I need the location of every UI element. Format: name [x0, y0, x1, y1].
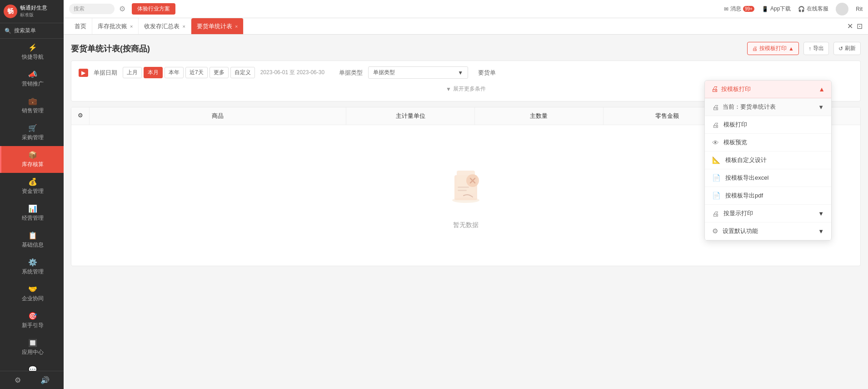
display-print-label: 按显示打印: [723, 209, 753, 217]
refresh-btn-label: 刷新: [845, 45, 856, 52]
print-btn-label: 按模板打印: [759, 45, 787, 52]
date-btn-last-month[interactable]: 上月: [123, 67, 142, 78]
template-pdf-label: 按模板导出pdf: [725, 192, 763, 200]
export-btn-label: 导出: [813, 45, 824, 52]
sidebar-item-label: 经营管理: [22, 214, 44, 222]
marketing-icon: 📣: [28, 70, 37, 79]
popup-item-template-excel[interactable]: 📄 按模板导出excel: [705, 169, 831, 187]
tab-order-stat[interactable]: 要货单统计表 ×: [191, 18, 244, 34]
template-pdf-icon: 📄: [712, 192, 721, 200]
quick-nav-icon: ⚡: [28, 43, 37, 52]
app-download-item[interactable]: 📱 App下载: [762, 5, 791, 13]
sidebar-item-label: 应用中心: [22, 349, 44, 356]
dropdown-icon: ▼: [458, 70, 463, 76]
popup-group-display-left: 🖨 按显示打印: [712, 209, 753, 217]
online-service-item[interactable]: 🎧 在线客服: [798, 5, 828, 13]
sidebar-item-system[interactable]: ⚙️ 系统管理: [0, 253, 64, 280]
coop-icon: 🤝: [28, 285, 37, 293]
sidebar-item-finance[interactable]: 💰 资金管理: [0, 173, 64, 200]
popup-group-default-func[interactable]: ⚙ 设置默认功能 ▼: [705, 222, 831, 240]
tab-batch-close[interactable]: ×: [130, 24, 133, 29]
date-btn-this-year[interactable]: 本年: [165, 67, 184, 78]
wechat-icon: 💬: [28, 365, 37, 371]
system-icon: ⚙️: [28, 258, 37, 267]
expand-arrow[interactable]: ▶: [79, 69, 88, 77]
sidebar-item-guide[interactable]: 🎯 新手引导: [0, 307, 64, 334]
svg-rect-6: [458, 187, 469, 188]
empty-text: 暂无数据: [453, 221, 479, 229]
sidebar-item-coop[interactable]: 🤝 企业协同: [0, 280, 64, 307]
topbar: 搜索 ⚙ 体验行业方案 ✉ 消息 99+ 📱 App下载 🎧 在线客服 Rit: [64, 0, 868, 18]
col-product: 商品: [90, 107, 346, 125]
sidebar-item-sales[interactable]: 💼 销售管理: [0, 92, 64, 119]
sidebar-item-purchase[interactable]: 🛒 采购管理: [0, 119, 64, 146]
online-service-label: 在线客服: [807, 5, 828, 13]
date-btn-custom[interactable]: 自定义: [230, 67, 255, 78]
base-icon: 📋: [28, 231, 37, 240]
popup-collapse-icon[interactable]: ▲: [818, 86, 825, 93]
guide-icon: 🎯: [28, 312, 37, 320]
sidebar-item-label: 企业协同: [22, 295, 44, 303]
tab-batch[interactable]: 库存批次账 ×: [92, 18, 139, 34]
sidebar-item-base[interactable]: 📋 基础信息: [0, 227, 64, 253]
sidebar-item-apps[interactable]: 🔲 应用中心: [0, 334, 64, 361]
template-design-icon: 📐: [712, 156, 721, 164]
date-range-display: 2023-06-01 至 2023-06-30: [260, 69, 324, 76]
popup-item-template-preview[interactable]: 👁 模板预览: [705, 134, 831, 152]
popup-group-display-print[interactable]: 🖨 按显示打印 ▼: [705, 205, 831, 222]
sidebar-nav: ⚡ 快捷导航 📣 营销推广 💼 销售管理 🛒 采购管理 📦 库存核算 💰 资金管…: [0, 39, 64, 371]
date-btn-7days[interactable]: 近7天: [185, 67, 208, 78]
app-download-icon: 📱: [762, 6, 768, 12]
type-select[interactable]: 单据类型 ▼: [368, 66, 468, 79]
expand-icon[interactable]: ⊡: [857, 22, 863, 30]
tab-batch-label: 库存批次账: [98, 22, 127, 30]
sidebar-bottom: ⚙ 🔊: [0, 371, 64, 389]
header-actions: 🖨 按模板打印 ▲ ↑ 导出 ↺ 刷新: [747, 42, 861, 55]
page-header: 要货单统计表(按商品) 🖨 按模板打印 ▲ ↑ 导出 ↺ 刷新: [71, 42, 861, 55]
expand-more-label: 展开更多条件: [453, 85, 486, 93]
sidebar-item-wechat[interactable]: 💬 企业微信: [0, 361, 64, 371]
current-template-icon: 🖨: [712, 103, 719, 111]
template-design-label: 模板自定义设计: [725, 156, 767, 164]
popup-item-template-print[interactable]: 🖨 模板打印: [705, 116, 831, 134]
date-btn-this-month[interactable]: 本月: [144, 67, 163, 78]
popup-item-template-pdf[interactable]: 📄 按模板导出pdf: [705, 187, 831, 205]
template-print-icon: 🖨: [712, 121, 719, 129]
current-template-label: 当前：要货单统计表: [723, 103, 776, 111]
sidebar-item-label: 采购管理: [22, 134, 44, 141]
tab-order-stat-close[interactable]: ×: [235, 24, 238, 29]
topbar-search[interactable]: 搜索: [69, 4, 115, 14]
user-avatar[interactable]: [836, 3, 848, 15]
close-window-icon[interactable]: ✕: [847, 22, 853, 30]
col-settings[interactable]: ⚙: [71, 107, 90, 125]
sidebar-search[interactable]: 🔍 搜索菜单: [0, 23, 64, 39]
refresh-button[interactable]: ↺ 刷新: [833, 42, 861, 55]
topbar-right: ✉ 消息 99+ 📱 App下载 🎧 在线客服 Rit: [724, 3, 863, 15]
topbar-settings-icon[interactable]: ⚙: [119, 5, 125, 13]
date-btn-more[interactable]: 更多: [210, 67, 229, 78]
tab-collection[interactable]: 收发存汇总表 ×: [139, 18, 191, 34]
sidebar-item-inventory[interactable]: 📦 库存核算: [0, 146, 64, 173]
main-area: 搜索 ⚙ 体验行业方案 ✉ 消息 99+ 📱 App下载 🎧 在线客服 Rit …: [64, 0, 868, 389]
popup-header[interactable]: 🖨 按模板打印 ▲: [705, 81, 831, 98]
sidebar-item-operation[interactable]: 📊 经营管理: [0, 200, 64, 227]
print-dropdown-popup: 🖨 按模板打印 ▲ 🖨 当前：要货单统计表 ▼ 🖨 模板打印 👁 模板预览: [704, 80, 832, 241]
empty-illustration: [443, 162, 489, 216]
tab-home[interactable]: 首页: [69, 18, 92, 34]
messages-item[interactable]: ✉ 消息 99+: [724, 5, 754, 13]
bottom-speaker-icon[interactable]: 🔊: [40, 376, 50, 384]
tabs-right: ✕ ⊡: [847, 22, 863, 30]
trial-button[interactable]: 体验行业方案: [132, 3, 175, 15]
bottom-settings-icon[interactable]: ⚙: [15, 376, 21, 384]
tab-collection-close[interactable]: ×: [182, 24, 185, 29]
popup-item-template-design[interactable]: 📐 模板自定义设计: [705, 152, 831, 169]
export-button[interactable]: ↑ 导出: [803, 42, 829, 55]
print-button[interactable]: 🖨 按模板打印 ▲: [747, 42, 799, 55]
sidebar-item-label: 销售管理: [22, 107, 44, 115]
popup-current-template[interactable]: 🖨 当前：要货单统计表 ▼: [705, 98, 831, 116]
sidebar-item-marketing[interactable]: 📣 营销推广: [0, 66, 64, 92]
messages-badge: 99+: [743, 6, 754, 12]
default-func-label: 设置默认功能: [723, 227, 758, 235]
tabs-bar: 首页 库存批次账 × 收发存汇总表 × 要货单统计表 × ✕ ⊡: [64, 18, 868, 35]
sidebar-item-quick-nav[interactable]: ⚡ 快捷导航: [0, 39, 64, 66]
